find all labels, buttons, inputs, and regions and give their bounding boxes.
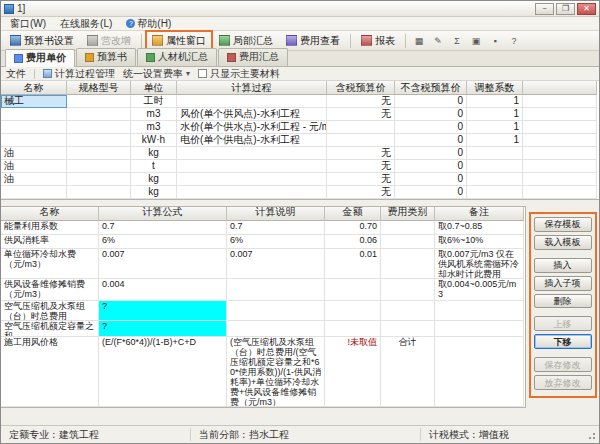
price-cell[interactable]: 无 — [327, 186, 395, 199]
formula-cell[interactable] — [325, 321, 381, 337]
formula-cell[interactable]: 0.007 — [99, 249, 227, 279]
price-cell[interactable]: t — [131, 160, 177, 173]
price-cell[interactable] — [67, 186, 131, 199]
column-header[interactable]: 计算公式 — [99, 207, 227, 221]
column-header[interactable]: 金额 — [325, 207, 381, 221]
property-window-button[interactable]: 属性窗口 — [147, 32, 211, 50]
formula-cell[interactable]: 空气压缩机及水泵组（台）时总费用 — [1, 301, 99, 321]
price-cell[interactable]: 油 — [1, 147, 67, 160]
price-cell[interactable]: m3 — [131, 108, 177, 121]
price-cell[interactable] — [177, 186, 327, 199]
formula-cell[interactable]: 空气压缩机额定容量之和 — [1, 321, 99, 337]
toolbar-grid-button[interactable]: ▦ — [411, 33, 427, 49]
formula-cell[interactable]: (空气压缩机及水泵组（台）时总费用/(空气压缩机额定容量之和*60*使用系数))… — [227, 337, 325, 407]
column-header[interactable]: 不含税预算价 — [395, 81, 467, 95]
column-header[interactable]: 单位 — [131, 81, 177, 95]
price-cell[interactable]: 1 — [467, 121, 523, 134]
price-cell[interactable] — [67, 121, 131, 134]
price-cell[interactable] — [523, 95, 597, 108]
tab-cost-unit-price[interactable]: 费用单价 — [5, 49, 75, 67]
price-cell[interactable]: 电价(单个供电点)-水利工程 — [177, 134, 327, 147]
price-cell[interactable] — [467, 160, 523, 173]
formula-cell[interactable]: 0.7 — [99, 221, 227, 235]
formula-cell[interactable] — [381, 221, 435, 235]
price-cell[interactable] — [67, 160, 131, 173]
partial-summary-button[interactable]: 局部汇总 — [214, 32, 278, 50]
formula-cell[interactable]: 6% — [227, 235, 325, 249]
formula-cell[interactable]: 取0.7~0.85 — [435, 221, 524, 235]
insert-subitem-button[interactable]: 插入子项 — [534, 276, 592, 291]
formula-cell[interactable]: 6% — [99, 235, 227, 249]
price-cell[interactable] — [177, 173, 327, 186]
formula-cell[interactable]: 0.70 — [325, 221, 381, 235]
formula-cell[interactable]: 单位循环冷却水费（元/m3） — [1, 249, 99, 279]
price-cell[interactable] — [1, 108, 67, 121]
price-cell[interactable]: 0 — [395, 134, 467, 147]
cost-view-button[interactable]: 费用查看 — [281, 32, 345, 50]
price-cell[interactable] — [1, 134, 67, 147]
price-cell[interactable]: 油 — [1, 173, 67, 186]
price-cell[interactable] — [1, 121, 67, 134]
price-cell[interactable]: 0 — [395, 121, 467, 134]
formula-cell[interactable]: !未取值 — [325, 337, 381, 407]
tab-cost-summary[interactable]: 费用汇总 — [218, 48, 288, 66]
price-cell[interactable]: 0 — [395, 108, 467, 121]
price-cell[interactable]: 油 — [1, 160, 67, 173]
price-cell[interactable]: 1 — [467, 134, 523, 147]
column-header[interactable]: 调整系数 — [467, 81, 523, 95]
price-cell[interactable]: 无 — [327, 160, 395, 173]
price-cell[interactable]: 无 — [327, 95, 395, 108]
menu-window[interactable]: 窗口(W) — [3, 16, 53, 32]
price-cell[interactable] — [523, 108, 597, 121]
price-cell[interactable]: 0 — [395, 147, 467, 160]
formula-cell[interactable]: 供风设备维修摊销费（元/m3） — [1, 279, 99, 301]
formula-cell[interactable]: 施工用风价格 — [1, 337, 99, 407]
formula-cell[interactable] — [381, 235, 435, 249]
file-label[interactable]: 文件 — [6, 67, 26, 81]
show-main-material-checkbox[interactable] — [198, 69, 207, 78]
price-cell[interactable] — [467, 147, 523, 160]
column-header[interactable]: 备注 — [435, 207, 524, 221]
column-header[interactable]: 费用类别 — [381, 207, 435, 221]
column-header[interactable]: 计算过程 — [177, 81, 327, 95]
price-cell[interactable] — [327, 134, 395, 147]
tab-labor-material-summary[interactable]: 人材机汇总 — [137, 48, 217, 66]
formula-cell[interactable] — [435, 337, 524, 407]
formula-cell[interactable]: 能量利用系数 — [1, 221, 99, 235]
price-cell[interactable]: 1 — [467, 108, 523, 121]
toolbar-edit-button[interactable]: ✎ — [430, 33, 446, 49]
insert-button[interactable]: 插入 — [534, 258, 592, 273]
price-cell[interactable]: 0 — [395, 186, 467, 199]
formula-cell[interactable]: 0.007 — [227, 249, 325, 279]
price-cell[interactable] — [523, 134, 597, 147]
price-cell[interactable] — [327, 121, 395, 134]
formula-cell[interactable]: 0.06 — [325, 235, 381, 249]
formula-cell[interactable]: 0.01 — [325, 249, 381, 279]
column-header[interactable]: 计算说明 — [227, 207, 325, 221]
price-cell[interactable] — [467, 173, 523, 186]
formula-cell[interactable] — [227, 321, 325, 337]
formula-cell[interactable] — [227, 301, 325, 321]
formula-cell[interactable]: 取6%~10% — [435, 235, 524, 249]
menu-help[interactable]: ?帮助(H) — [119, 16, 178, 32]
price-cell[interactable] — [177, 160, 327, 173]
tab-budget-book[interactable]: 预算书 — [76, 48, 136, 66]
calc-process-button[interactable]: 计算过程管理 — [43, 67, 115, 81]
toolbar-calc-button[interactable]: ▣ — [468, 33, 484, 49]
price-cell[interactable]: 风价(单个供风点)-水利工程 — [177, 108, 327, 121]
price-cell[interactable] — [67, 147, 131, 160]
formula-cell[interactable] — [325, 301, 381, 321]
price-cell[interactable]: 无 — [327, 147, 395, 160]
price-cell[interactable]: 0 — [395, 173, 467, 186]
price-cell[interactable]: 无 — [327, 173, 395, 186]
delete-button[interactable]: 删除 — [534, 294, 592, 309]
price-cell[interactable] — [67, 95, 131, 108]
price-cell[interactable]: 0 — [395, 95, 467, 108]
price-cell[interactable] — [67, 108, 131, 121]
price-cell[interactable]: 0 — [395, 160, 467, 173]
formula-cell[interactable] — [381, 279, 435, 301]
price-cell[interactable] — [467, 186, 523, 199]
formula-cell[interactable] — [325, 279, 381, 301]
report-button[interactable]: 报表 — [356, 32, 400, 50]
formula-cell[interactable]: 取0.004~0.005元/m3 — [435, 279, 524, 301]
